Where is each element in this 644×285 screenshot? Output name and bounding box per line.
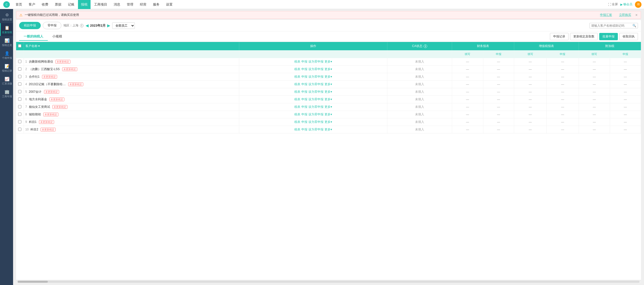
main-table: 客户名称 ▾ 操作 CA状态 ℹ 财务报表 增值税报表 附加税 xyxy=(16,42,641,133)
nav-tax[interactable]: 报税 xyxy=(78,0,91,9)
op-btn-2[interactable]: 设为零申报 xyxy=(308,75,324,78)
op-btn-1[interactable]: 申报 xyxy=(301,67,307,71)
notice-link-buy[interactable]: 立即购买 xyxy=(619,13,631,17)
op-btn-0[interactable]: 税表 xyxy=(294,113,300,116)
op-btn-0[interactable]: 税表 xyxy=(294,90,300,93)
sidebar-item-tax-settings[interactable]: ⚙ 报税设置 xyxy=(0,10,13,23)
op-btn-1[interactable]: 申报 xyxy=(301,120,307,124)
search-icon[interactable]: 🔍 xyxy=(632,24,636,27)
nav-business[interactable]: 工商项目 xyxy=(91,0,110,9)
row-10-checkbox[interactable] xyxy=(18,128,21,131)
fullscreen-button[interactable]: ⛶ 全屏 xyxy=(608,2,618,7)
op-btn-1[interactable]: 申报 xyxy=(301,128,307,131)
op-btn-2[interactable]: 设为零申报 xyxy=(308,105,324,109)
row-9-checkbox[interactable] xyxy=(18,120,21,123)
op-btn-1[interactable]: 申报 xyxy=(301,82,307,86)
op-btn-1[interactable]: 申报 xyxy=(301,105,307,109)
op-btn-2[interactable]: 设为零申报 xyxy=(308,60,324,63)
row-8-checkbox[interactable] xyxy=(18,113,21,116)
type-tab-general[interactable]: 一般的纳税人 xyxy=(19,33,48,41)
row-zzs-fill: — xyxy=(514,73,546,81)
op-btn-3[interactable]: 更多▾ xyxy=(325,98,332,101)
update-button[interactable]: 更新税定及取数 xyxy=(570,33,598,40)
op-btn-2[interactable]: 设为零申报 xyxy=(308,90,324,93)
op-btn-1[interactable]: 申报 xyxy=(301,90,307,93)
nav-manage[interactable]: 管理 xyxy=(124,0,136,9)
nav-operation[interactable]: 经营 xyxy=(137,0,149,9)
sidebar-item-batch-tax[interactable]: 📋 批量报税 xyxy=(0,23,13,36)
row-4-checkbox[interactable] xyxy=(18,82,21,86)
date-prev-button[interactable]: ◀ xyxy=(86,24,89,28)
op-btn-0[interactable]: 税表 xyxy=(294,82,300,86)
op-btn-1[interactable]: 申报 xyxy=(301,75,307,78)
type-tab-small[interactable]: 小规模 xyxy=(48,33,67,41)
op-btn-3[interactable]: 更多▾ xyxy=(325,105,332,109)
row-6-checkbox[interactable] xyxy=(18,98,21,101)
op-btn-3[interactable]: 更多▾ xyxy=(325,90,332,93)
notice-close-button[interactable]: ✕ xyxy=(635,13,638,17)
op-btn-0[interactable]: 税表 xyxy=(294,120,300,124)
row-7-checkbox[interactable] xyxy=(18,105,21,108)
op-btn-1[interactable]: 申报 xyxy=(301,98,307,101)
table-container[interactable]: 客户名称 ▾ 操作 CA状态 ℹ 财务报表 增值税报表 附加税 xyxy=(16,42,641,280)
op-btn-1[interactable]: 申报 xyxy=(301,113,307,116)
tab-tax-declaration[interactable]: 税款申报 xyxy=(19,22,41,29)
op-btn-0[interactable]: 税表 xyxy=(294,75,300,78)
op-btn-2[interactable]: 设为零申报 xyxy=(308,82,324,86)
op-btn-0[interactable]: 税表 xyxy=(294,128,300,131)
sidebar-item-business-report[interactable]: 🏢 工商年报 xyxy=(0,87,13,100)
retrieve-button[interactable]: 收取回执 xyxy=(619,33,638,40)
op-btn-3[interactable]: 更多▾ xyxy=(325,82,332,86)
op-btn-3[interactable]: 更多▾ xyxy=(325,128,332,131)
op-btn-3[interactable]: 更多▾ xyxy=(325,113,332,116)
sort-icon[interactable]: ▾ xyxy=(38,44,40,48)
nav-service[interactable]: 服务 xyxy=(150,0,163,9)
region-info-icon[interactable]: ℹ xyxy=(80,24,84,27)
nav-account[interactable]: 记账 xyxy=(65,0,77,9)
op-btn-1[interactable]: 申报 xyxy=(301,60,307,63)
select-all-checkbox[interactable] xyxy=(18,44,21,48)
batch-declare-button[interactable]: 批量申报 xyxy=(599,33,618,40)
nav-customer[interactable]: 客户 xyxy=(26,0,38,9)
row-2-checkbox[interactable] xyxy=(18,67,21,71)
sidebar-item-personal-tax[interactable]: 👤 个税申报 xyxy=(0,49,13,62)
op-btn-0[interactable]: 税表 xyxy=(294,105,300,109)
user-avatar[interactable]: 用 xyxy=(635,1,641,8)
sidebar-item-tax-overview[interactable]: 📊 报税总览 xyxy=(0,36,13,49)
tab-zero-declaration[interactable]: 零申报 xyxy=(43,22,61,29)
op-btn-0[interactable]: 税表 xyxy=(294,60,300,63)
nav-bill[interactable]: 票据 xyxy=(52,0,64,9)
op-btn-2[interactable]: 设为零申报 xyxy=(308,128,324,131)
op-btn-3[interactable]: 更多▾ xyxy=(325,120,332,124)
scroll-thumb[interactable] xyxy=(18,281,48,283)
ca-info-icon[interactable]: ℹ xyxy=(424,44,427,48)
op-btn-2[interactable]: 设为零申报 xyxy=(308,67,324,71)
notice-link-report[interactable]: 申报汇签 xyxy=(600,13,612,17)
row-5-checkbox[interactable] xyxy=(18,90,21,93)
date-next-button[interactable]: ▶ xyxy=(107,24,110,28)
search-input[interactable] xyxy=(591,24,631,27)
sidebar-item-settlement[interactable]: 📈 汇算清缴 xyxy=(0,74,13,87)
op-btn-2[interactable]: 设为零申报 xyxy=(308,98,324,101)
op-btn-3[interactable]: 更多▾ xyxy=(325,75,332,78)
op-btn-0[interactable]: 税表 xyxy=(294,98,300,101)
member-button[interactable]: ▶ 畅会员 xyxy=(620,2,632,7)
row-1-checkbox[interactable] xyxy=(18,60,21,63)
horizontal-scrollbar[interactable] xyxy=(16,280,641,283)
row-zzs-report: — xyxy=(546,96,579,103)
nav-home[interactable]: 首页 xyxy=(13,0,25,9)
op-btn-2[interactable]: 设为零申报 xyxy=(308,120,324,124)
sidebar-item-tax-records[interactable]: 📝 报税记录 xyxy=(0,62,13,74)
op-btn-0[interactable]: 税表 xyxy=(294,67,300,71)
nav-charge[interactable]: 收费 xyxy=(39,0,51,9)
nav-setting[interactable]: 设置 xyxy=(163,0,176,9)
row-cwbb-report: — xyxy=(483,96,514,103)
op-btn-2[interactable]: 设为零申报 xyxy=(308,113,324,116)
row-cwbb-report: — xyxy=(483,118,514,126)
nav-message[interactable]: 消息 xyxy=(111,0,123,9)
row-3-checkbox[interactable] xyxy=(18,75,21,78)
record-button[interactable]: 申报记录 xyxy=(550,33,569,40)
op-btn-3[interactable]: 更多▾ xyxy=(325,60,332,63)
op-btn-3[interactable]: 更多▾ xyxy=(325,67,332,71)
staff-select[interactable]: 全部员工 xyxy=(112,22,135,29)
